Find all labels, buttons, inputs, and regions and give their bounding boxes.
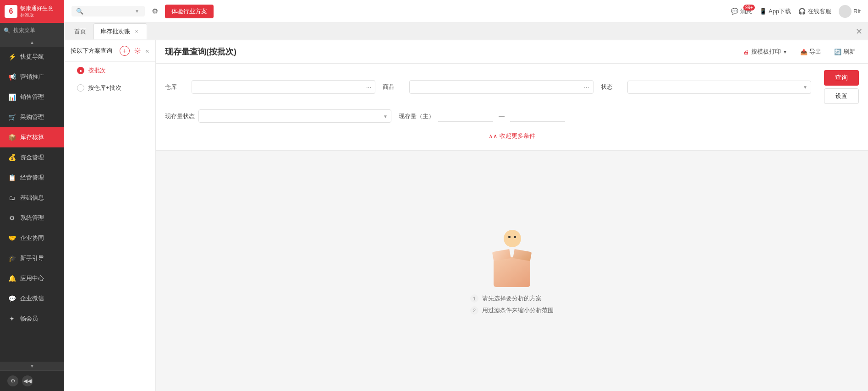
- page-header: 现存量查询(按批次) 🖨 按模板打印 ▼ 📤 导出 🔄 刷新: [156, 40, 868, 64]
- plan-item-by-batch[interactable]: ● 按批次: [64, 62, 155, 79]
- sidebar: 6 畅康通好生意 标准版 🔍 搜索菜单 ▲ ⚡ 快捷导航 📢 营销推广 📊 销售…: [0, 0, 64, 391]
- sidebar-item-membership[interactable]: ✦ 畅会员: [0, 309, 64, 329]
- trial-button[interactable]: 体验行业方案: [165, 5, 214, 18]
- collapse-more-btn[interactable]: ∧∧ 收起更多条件: [165, 128, 859, 144]
- sales-icon: 📊: [7, 92, 16, 102]
- sidebar-item-basic[interactable]: 🗂 基础信息: [0, 188, 64, 208]
- sidebar-item-operations[interactable]: 📋 经营管理: [0, 168, 64, 188]
- online-service-item[interactable]: 🎧 在线客服: [798, 7, 831, 16]
- stock-status-label: 现存量状态: [165, 112, 195, 120]
- topbar-left: 🔍 ▼ ⚙ 体验行业方案: [71, 5, 725, 18]
- empty-tips: 1 请先选择要分析的方案 2 用过滤条件来缩小分析范围: [470, 294, 554, 315]
- topbar-search-area[interactable]: 🔍 ▼: [71, 6, 145, 16]
- finance-label: 资金管理: [20, 153, 44, 162]
- status-label: 状态: [601, 83, 624, 91]
- search-label: 搜索菜单: [13, 27, 35, 34]
- content-area: 按以下方案查询 + « ● 按批次 按仓库+批次: [64, 40, 868, 391]
- topbar-right: 💬 消息 99+ 📱 App下载 🎧 在线客服 Rit: [731, 5, 861, 18]
- tab-close-right-btn[interactable]: ✕: [854, 25, 864, 38]
- stock-qty-max-input[interactable]: [510, 111, 565, 122]
- left-panel: 按以下方案查询 + « ● 按批次 按仓库+批次: [64, 40, 156, 391]
- edition-label: 标准版: [20, 12, 53, 18]
- app-download-item[interactable]: 📱 App下载: [759, 7, 791, 16]
- appstore-icon: 🔔: [7, 274, 16, 283]
- eye-right: [514, 236, 516, 238]
- right-panel: 现存量查询(按批次) 🖨 按模板打印 ▼ 📤 导出 🔄 刷新: [156, 40, 868, 391]
- empty-state: 1 请先选择要分析的方案 2 用过滤条件来缩小分析范围: [156, 151, 868, 391]
- brand-text: 畅康通好生意 标准版: [20, 5, 53, 18]
- export-icon: 📤: [800, 49, 808, 55]
- print-button[interactable]: 🖨 按模板打印 ▼: [740, 46, 791, 58]
- sidebar-item-marketing[interactable]: 📢 营销推广: [0, 67, 64, 87]
- sidebar-item-newbie[interactable]: 🎓 新手引导: [0, 248, 64, 268]
- tab-inventory-batch-label: 库存批次账: [100, 27, 130, 36]
- collapse-left-panel-btn[interactable]: «: [145, 47, 149, 54]
- sidebar-search[interactable]: 🔍 搜索菜单: [0, 23, 64, 38]
- tip-text-1: 请先选择要分析的方案: [482, 294, 542, 303]
- status-select[interactable]: [627, 81, 811, 94]
- tabbar: 首页 库存批次账 × ✕: [64, 23, 868, 40]
- sidebar-item-purchase[interactable]: 🛒 采购管理: [0, 107, 64, 127]
- collapse-more-label: 收起更多条件: [500, 132, 535, 140]
- sidebar-item-inventory[interactable]: 📦 库存核算: [0, 127, 64, 147]
- settings-button[interactable]: 设置: [824, 88, 859, 104]
- goods-dots-icon[interactable]: ···: [580, 81, 593, 93]
- print-icon: 🖨: [743, 49, 749, 55]
- query-button[interactable]: 查询: [824, 70, 859, 86]
- inventory-label: 库存核算: [20, 133, 44, 141]
- sidebar-item-enterprise[interactable]: 🤝 企业协同: [0, 228, 64, 248]
- enterprise-icon: 🤝: [7, 234, 16, 243]
- sidebar-item-sales[interactable]: 📊 销售管理: [0, 87, 64, 107]
- print-dropdown-icon[interactable]: ▼: [783, 49, 787, 54]
- sidebar-item-wechat[interactable]: 💬 企业微信: [0, 288, 64, 309]
- sidebar-item-finance[interactable]: 💰 资金管理: [0, 147, 64, 168]
- plan-settings-button[interactable]: [132, 46, 143, 56]
- settings-icon[interactable]: ⚙: [7, 375, 18, 386]
- goods-input[interactable]: [410, 81, 580, 93]
- message-badge: 99+: [743, 5, 755, 11]
- status-filter-group: 状态: [601, 81, 811, 94]
- export-label: 导出: [809, 48, 821, 56]
- plan-label-by-batch: 按批次: [88, 66, 106, 75]
- topbar-search-input[interactable]: [86, 8, 132, 15]
- tab-inventory-batch[interactable]: 库存批次账 ×: [93, 23, 147, 39]
- status-select-wrapper: [627, 81, 811, 94]
- user-avatar-item[interactable]: Rit: [839, 5, 861, 18]
- messages-item[interactable]: 💬 消息 99+: [731, 7, 752, 16]
- plan-dot-active: ●: [77, 67, 84, 74]
- topbar: 🔍 ▼ ⚙ 体验行业方案 💬 消息 99+ 📱 App下载 🎧 在线客服: [64, 0, 868, 23]
- tab-close-icon[interactable]: ×: [133, 28, 140, 35]
- wechat-icon: 💬: [7, 294, 16, 303]
- stock-status-select[interactable]: [198, 109, 391, 123]
- stock-status-filter-group: 现存量状态: [165, 109, 391, 123]
- app-logo: 6: [5, 5, 17, 18]
- add-plan-button[interactable]: +: [120, 46, 130, 56]
- scroll-up-arrow[interactable]: ▲: [0, 38, 64, 47]
- tab-home[interactable]: 首页: [68, 24, 93, 39]
- quicknav-label: 快捷导航: [20, 53, 44, 61]
- basic-label: 基础信息: [20, 194, 44, 202]
- warehouse-input[interactable]: [192, 81, 363, 93]
- sidebar-item-appstore[interactable]: 🔔 应用中心: [0, 268, 64, 288]
- sidebar-header: 6 畅康通好生意 标准版: [0, 0, 64, 23]
- sales-label: 销售管理: [20, 93, 44, 101]
- scroll-down-arrow[interactable]: ▼: [0, 362, 64, 370]
- warehouse-dots-icon[interactable]: ···: [363, 81, 375, 93]
- topbar-dropdown-icon[interactable]: ▼: [135, 9, 139, 14]
- collapse-up-icon: ∧∧: [489, 133, 498, 140]
- topbar-gear-icon[interactable]: ⚙: [148, 5, 161, 18]
- refresh-button[interactable]: 🔄 刷新: [830, 46, 859, 58]
- sidebar-item-quicknav[interactable]: ⚡ 快捷导航: [0, 47, 64, 67]
- newbie-icon: 🎓: [7, 254, 16, 263]
- collapse-icon[interactable]: ◀◀: [22, 375, 33, 386]
- finance-icon: 💰: [7, 153, 16, 162]
- export-button[interactable]: 📤 导出: [797, 46, 825, 58]
- online-service-label: 在线客服: [808, 7, 831, 16]
- plan-item-by-warehouse-batch[interactable]: 按仓库+批次: [64, 79, 155, 97]
- appstore-label: 应用中心: [20, 274, 44, 282]
- tip-num-1: 1: [470, 294, 478, 303]
- headset-icon: 🎧: [798, 8, 806, 15]
- stock-qty-min-input[interactable]: [438, 111, 493, 122]
- sidebar-item-system[interactable]: ⚙ 系统管理: [0, 208, 64, 228]
- inventory-icon: 📦: [7, 133, 16, 142]
